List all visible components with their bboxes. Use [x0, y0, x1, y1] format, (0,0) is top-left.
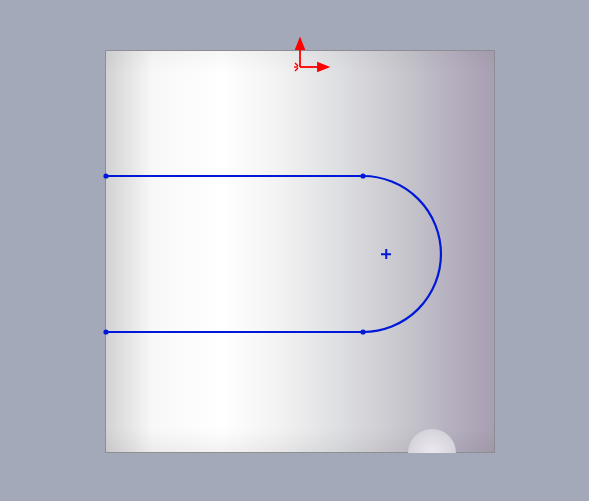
cylindrical-body-front-face[interactable]	[105, 50, 495, 453]
cad-viewport[interactable]	[0, 0, 589, 501]
bottom-fillet-highlight	[408, 429, 456, 453]
origin-arrowhead-y-icon	[296, 39, 304, 49]
